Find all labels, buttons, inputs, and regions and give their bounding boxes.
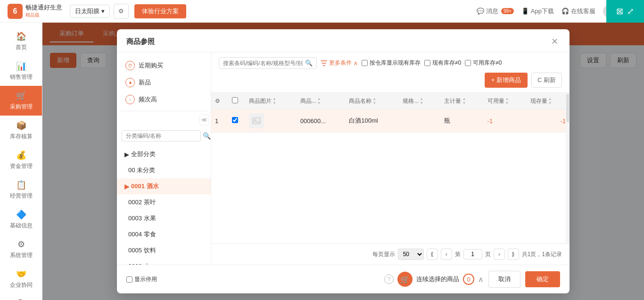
sort-arrows-name: ▲▼ <box>372 97 376 105</box>
logo-icon: 6 <box>8 4 23 19</box>
per-page-select[interactable]: 50 100 200 <box>398 249 424 260</box>
purchase-icon: 🛒 <box>16 91 26 101</box>
product-search-input[interactable] <box>223 60 303 67</box>
content-area: 采购订单 采购入库 采购退货 新增 查询 设置 刷新 商品参照 <box>42 23 644 300</box>
row-checkbox[interactable] <box>228 109 245 133</box>
product-reference-modal: 商品参照 ✕ ⏱ 近期购买 ★ 新品 <box>117 29 570 293</box>
sort-arrows-image: ▲▼ <box>272 97 276 105</box>
display-disabled-input[interactable] <box>126 276 132 283</box>
trial-button[interactable]: 体验行业方案 <box>134 4 186 18</box>
sidebar-label-basics: 基础信息 <box>10 222 33 230</box>
display-disabled-label: 显示停用 <box>134 275 157 283</box>
category-0001-triangle: ▶ <box>124 183 129 190</box>
category-0008-label: 0008 水 <box>128 262 150 265</box>
add-product-button[interactable]: + 新增商品 <box>485 73 528 88</box>
category-0001[interactable]: ▶ 0001 酒水 <box>117 178 211 194</box>
product-search-icon[interactable]: 🔍 <box>305 59 313 67</box>
category-search-input[interactable] <box>122 130 201 142</box>
row-index: 1 <box>211 109 228 133</box>
sidebar-item-basics[interactable]: 🔷 基础信息 <box>0 205 42 234</box>
logo-area: 6 畅捷通好生意 精品版 <box>8 4 62 19</box>
sidebar-item-home[interactable]: 🏠 首页 <box>0 26 42 56</box>
display-disabled-checkbox[interactable]: 显示停用 <box>126 275 157 283</box>
sidebar-label-finance: 资金管理 <box>10 162 33 170</box>
prev-page-button[interactable]: ‹ <box>441 249 452 260</box>
table-row[interactable]: 1 <box>211 109 570 133</box>
first-page-button[interactable]: ⟪ <box>427 249 438 260</box>
category-0003[interactable]: 0003 水果 <box>117 210 211 226</box>
nav-selector[interactable]: 日太阳膜 ▾ <box>70 5 110 18</box>
sidebar-item-collab[interactable]: 🤝 企业协同 <box>0 264 42 294</box>
gear-button[interactable]: ⚙ <box>114 4 129 19</box>
cancel-button[interactable]: 取消 <box>488 271 520 288</box>
collapse-button[interactable]: ≪ <box>199 114 209 125</box>
checkbox-available-stock[interactable]: 可用库存≠0 <box>465 59 502 67</box>
page-number-input[interactable] <box>463 249 482 259</box>
category-all[interactable]: ▶ 全部分类 <box>117 146 211 162</box>
th-code-sort[interactable]: 商品... ▲▼ <box>300 97 341 105</box>
sidebar: 🏠 首页 📊 销售管理 🛒 采购管理 📦 库存核算 💰 资金管理 📋 经营管理 … <box>0 23 42 300</box>
help-icon[interactable]: ? <box>384 275 394 284</box>
modal-title: 商品参照 <box>126 37 155 46</box>
th-spec-sort[interactable]: 规格... ▲▼ <box>403 97 437 105</box>
th-stock-sort[interactable]: 现存量 ▲▼ <box>530 97 566 105</box>
sidebar-item-operations[interactable]: 📋 经营管理 <box>0 175 42 205</box>
sidebar-label-operations: 经营管理 <box>10 192 33 200</box>
quick-item-new[interactable]: ★ 新品 <box>121 74 207 91</box>
th-available: 可用量 ▲▼ <box>484 93 527 109</box>
confirm-button[interactable]: 确定 <box>525 271 560 287</box>
checkbox-available-stock-input[interactable] <box>465 60 471 66</box>
sales-icon: 📊 <box>16 61 26 71</box>
modal-close-button[interactable]: ✕ <box>549 36 560 47</box>
sort-arrows-code: ▲▼ <box>317 97 321 105</box>
sidebar-item-finance[interactable]: 💰 资金管理 <box>0 145 42 175</box>
scrollbar-thumb[interactable] <box>566 94 569 122</box>
checkbox-warehouse-stock-input[interactable] <box>362 60 368 66</box>
sidebar-item-system[interactable]: ⚙ 系统管理 <box>0 234 42 264</box>
th-settings[interactable]: ⚙ <box>211 93 228 109</box>
category-0002[interactable]: 0002 茶叶 <box>117 194 211 210</box>
quick-item-frequent[interactable]: ↑ 频次高 <box>121 91 207 108</box>
cart-icon[interactable]: 🛒 <box>397 272 413 287</box>
checkbox-nonzero-stock-input[interactable] <box>424 60 430 66</box>
sidebar-item-purchase[interactable]: 🛒 采购管理 <box>0 86 42 116</box>
row-select-checkbox[interactable] <box>232 117 238 123</box>
app-download-item[interactable]: 📱 App下载 <box>521 7 554 16</box>
checkbox-available-stock-label: 可用库存≠0 <box>473 59 502 67</box>
category-00[interactable]: 00 未分类 <box>117 162 211 178</box>
th-checkbox[interactable] <box>228 93 245 109</box>
scrollbar-track[interactable] <box>566 93 570 243</box>
sidebar-label-system: 系统管理 <box>10 251 33 259</box>
refresh-button[interactable]: C 刷新 <box>531 73 562 88</box>
message-icon: 💬 <box>477 8 484 15</box>
cart-collapse-icon[interactable]: ∧ <box>478 275 484 284</box>
quick-item-recent[interactable]: ⏱ 近期购买 <box>121 57 207 74</box>
product-image <box>249 113 264 128</box>
message-item[interactable]: 💬 消息 99+ <box>477 7 514 16</box>
sidebar-item-sales[interactable]: 📊 销售管理 <box>0 56 42 86</box>
modal-overlay: 商品参照 ✕ ⏱ 近期购买 ★ 新品 <box>42 23 644 300</box>
category-0005[interactable]: 0005 饮料 <box>117 242 211 258</box>
last-page-button[interactable]: ⟫ <box>508 249 519 260</box>
th-name-sort[interactable]: 商品名称 ▲▼ <box>349 97 395 105</box>
column-settings-icon[interactable]: ⚙ <box>215 98 220 104</box>
sidebar-item-inventory[interactable]: 📦 库存核算 <box>0 116 42 145</box>
online-service-item[interactable]: 🎧 在线客服 <box>561 7 595 16</box>
select-all-checkbox[interactable] <box>232 97 238 103</box>
th-code: 商品... ▲▼ <box>297 93 345 109</box>
row-spec <box>399 109 440 133</box>
category-0008[interactable]: 0008 水 <box>117 258 211 265</box>
checkbox-warehouse-stock[interactable]: 按仓库显示现有库存 <box>362 59 421 67</box>
filter-button[interactable]: 更多条件 ∧ <box>321 59 358 67</box>
th-image-sort[interactable]: 商品图片 ▲▼ <box>249 97 293 105</box>
th-unit-sort[interactable]: 主计量 ▲▼ <box>444 97 479 105</box>
sidebar-item-guide[interactable]: 📚 新手引导 <box>0 294 42 300</box>
checkbox-nonzero-stock[interactable]: 现有库存≠0 <box>424 59 461 67</box>
next-page-button[interactable]: › <box>494 249 505 260</box>
category-all-triangle: ▶ <box>124 151 129 158</box>
th-available-sort[interactable]: 可用量 ▲▼ <box>487 97 523 105</box>
modal-header: 商品参照 ✕ <box>117 29 570 52</box>
category-0004[interactable]: 0004 零食 <box>117 226 211 242</box>
category-search-icon[interactable]: 🔍 <box>203 132 211 140</box>
checkbox-warehouse-stock-label: 按仓库显示现有库存 <box>370 59 421 67</box>
